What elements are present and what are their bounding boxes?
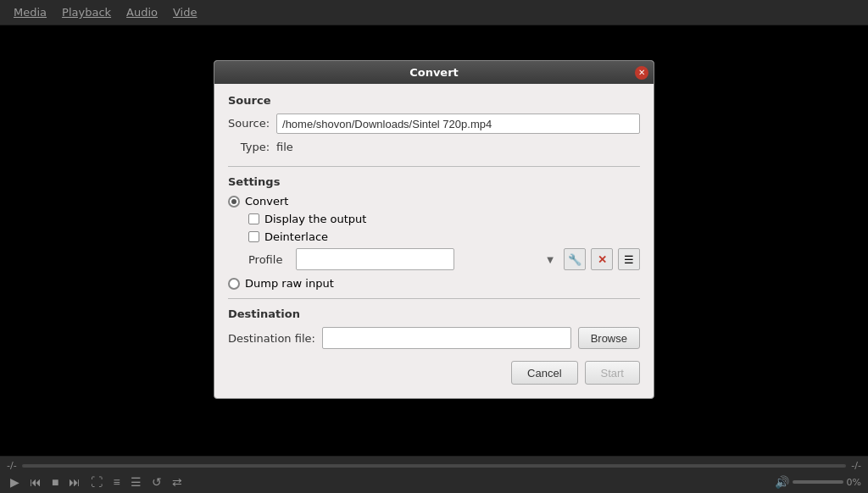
profile-select-wrapper: Video - H.264 + MP3 (MP4) Video - VP80 +… bbox=[296, 248, 559, 270]
profile-row: Profile Video - H.264 + MP3 (MP4) Video … bbox=[248, 248, 640, 270]
divider-1 bbox=[228, 166, 640, 167]
source-input[interactable] bbox=[276, 114, 640, 134]
source-section-header: Source bbox=[228, 94, 640, 107]
display-output-label: Display the output bbox=[264, 213, 366, 225]
browse-button[interactable]: Browse bbox=[578, 327, 640, 349]
chevron-down-icon: ▼ bbox=[547, 255, 554, 264]
dialog-titlebar: Convert ✕ bbox=[214, 61, 654, 84]
dest-file-input[interactable] bbox=[322, 327, 571, 349]
convert-radio[interactable] bbox=[228, 196, 240, 208]
cancel-button[interactable]: Cancel bbox=[511, 361, 577, 385]
type-label: Type: bbox=[228, 137, 270, 158]
deinterlace-label: Deinterlace bbox=[264, 230, 328, 243]
profile-select[interactable]: Video - H.264 + MP3 (MP4) Video - VP80 +… bbox=[296, 248, 454, 270]
source-label: Source: bbox=[228, 114, 270, 134]
dialog-footer: Cancel Start bbox=[228, 361, 640, 385]
dialog-title: Convert bbox=[409, 66, 459, 79]
dialog-close-button[interactable]: ✕ bbox=[635, 66, 648, 80]
destination-row: Destination file: Browse bbox=[228, 327, 640, 349]
convert-radio-row[interactable]: Convert bbox=[228, 195, 640, 208]
dest-file-label: Destination file: bbox=[228, 332, 315, 345]
modal-overlay: Convert ✕ Source Source: Type: file Sett… bbox=[0, 0, 868, 493]
type-value: file bbox=[276, 137, 640, 158]
source-grid: Source: Type: file bbox=[228, 114, 640, 158]
profile-label: Profile bbox=[248, 253, 291, 266]
dialog-body: Source Source: Type: file Settings Conve… bbox=[214, 84, 654, 398]
destination-section-header: Destination bbox=[228, 307, 640, 320]
divider-2 bbox=[228, 298, 640, 299]
display-output-row[interactable]: Display the output bbox=[248, 213, 640, 225]
profile-edit-button[interactable]: 🔧 bbox=[564, 248, 586, 270]
profile-delete-button[interactable]: ✕ bbox=[591, 248, 613, 270]
dialog: Convert ✕ Source Source: Type: file Sett… bbox=[214, 60, 654, 399]
deinterlace-checkbox[interactable] bbox=[248, 231, 259, 242]
dump-raw-radio-row[interactable]: Dump raw input bbox=[228, 277, 640, 290]
deinterlace-row[interactable]: Deinterlace bbox=[248, 230, 640, 243]
settings-section-header: Settings bbox=[228, 175, 640, 188]
dump-raw-radio[interactable] bbox=[228, 278, 240, 290]
start-button[interactable]: Start bbox=[585, 361, 640, 385]
display-output-checkbox[interactable] bbox=[248, 213, 259, 224]
dump-raw-label: Dump raw input bbox=[245, 277, 334, 290]
profile-list-button[interactable]: ☰ bbox=[618, 248, 640, 270]
convert-label: Convert bbox=[245, 195, 288, 208]
